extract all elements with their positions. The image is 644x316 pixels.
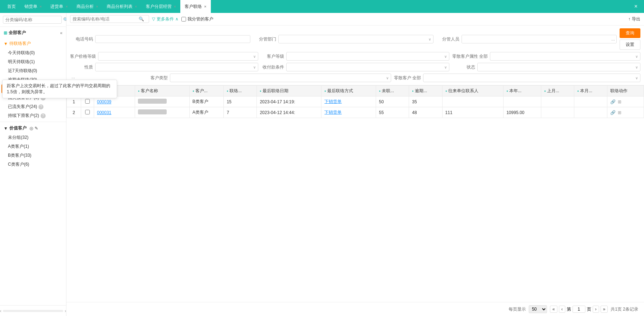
my-customers-checkbox[interactable]: [181, 17, 186, 22]
filter-bar: 🔍 ▽ 更多条件 ∧ 我分管的客户 ↑ 导出: [66, 13, 644, 25]
th-customer-type[interactable]: ⦁ 客户...: [189, 86, 223, 96]
manager-select[interactable]: ...: [462, 35, 617, 43]
main-search-input[interactable]: [73, 16, 137, 22]
edit-icon[interactable]: ✎: [34, 126, 38, 131]
nav-product-list-close[interactable]: ×: [135, 4, 137, 9]
more-conditions-btn[interactable]: ▽ 更多条件 ∧: [152, 16, 179, 22]
th-last-month[interactable]: ⦁ 上月...: [541, 86, 574, 96]
sidebar-item-ungroup[interactable]: 未分组(32): [0, 133, 66, 142]
phone-input[interactable]: [95, 35, 250, 43]
nav-purchase[interactable]: 进货单 ×: [46, 0, 72, 13]
row-overdue-2: 48: [409, 107, 442, 118]
nav-customer-tier-close[interactable]: ×: [174, 4, 176, 9]
payment-select[interactable]: ∨: [286, 63, 449, 71]
window-close-button[interactable]: ×: [631, 3, 641, 10]
prev-page-btn[interactable]: ‹: [559, 306, 565, 313]
customer-type-select[interactable]: ∨: [170, 74, 391, 82]
page-unit-label: 页: [587, 306, 591, 312]
nav-product-analysis[interactable]: 商品分析 ×: [72, 0, 102, 13]
sidebar-item-tomorrow[interactable]: 明天待联络(1): [0, 57, 66, 66]
nav-sales-close[interactable]: ×: [40, 4, 42, 9]
price-level-select[interactable]: ∨: [98, 52, 258, 61]
value-group-title[interactable]: ▼ 价值客户 ◎ ✎: [0, 123, 66, 133]
th-this-month[interactable]: ⦁ 本月...: [574, 86, 607, 96]
nature-select[interactable]: ∨: [95, 63, 258, 71]
dept-select[interactable]: ∨: [278, 35, 434, 43]
sidebar-all-customers[interactable]: ⊞ 全部客户 «: [0, 27, 66, 39]
row-last-method-1[interactable]: 下销货单: [321, 96, 376, 107]
group-icon[interactable]: ◎: [29, 126, 33, 131]
action-grid-icon-1[interactable]: ⊞: [618, 99, 621, 104]
customer-level-select[interactable]: ∨: [286, 52, 449, 61]
settings-button[interactable]: 设置: [620, 39, 640, 50]
sidebar-item-today[interactable]: 今天待联络(0): [0, 48, 66, 57]
sidebar-item-c-class[interactable]: C类客户(6): [0, 160, 66, 169]
pending-group-title[interactable]: ▼ 待联络客户: [0, 39, 66, 48]
nav-customer-contact[interactable]: 客户联络 ×: [180, 0, 210, 13]
sidebar-item-lost[interactable]: 已流失客户(24) ?: [0, 102, 66, 111]
sidebar-search-area: 🔍: [0, 13, 66, 27]
sort-dot-6: ⦁: [324, 89, 326, 94]
sidebar-item-b-class[interactable]: B类客户(33): [0, 151, 66, 160]
nav-customer-contact-close[interactable]: ×: [204, 4, 206, 9]
current-page-input[interactable]: [573, 306, 585, 313]
my-customers-checkbox-label[interactable]: 我分管的客户: [181, 16, 213, 22]
export-button[interactable]: ↑ 导出: [628, 16, 640, 22]
th-last-contact-date[interactable]: ⦁ 最后联络日期: [257, 86, 321, 96]
th-name[interactable]: ⦁ 客户名称: [135, 86, 190, 96]
pagination: 每页显示 50 100 200 « ‹ 第 页 › » 共1页 2条记录: [66, 302, 644, 316]
th-overdue[interactable]: ⦁ 逾期...: [409, 86, 442, 96]
page-navigation: « ‹ 第 页 › »: [550, 306, 608, 313]
th-contacts[interactable]: ⦁ 联络...: [224, 86, 257, 96]
filter-row-2: 客户价格等级 ∨ 客户等级 ∨ 零散客户属性: [70, 52, 640, 61]
main-search-icon[interactable]: 🔍: [139, 16, 144, 22]
filter-manager: 分管人员 ...: [436, 35, 617, 43]
row-this-year-1: [503, 96, 541, 107]
customer-name-blur-2: [138, 109, 167, 114]
nav-purchase-close[interactable]: ×: [65, 4, 68, 9]
retail-customer-select[interactable]: ∨: [423, 74, 640, 82]
filter-nature: 性质 ∨: [70, 63, 258, 71]
chevron-down-icon-9: ∨: [635, 76, 638, 80]
row-last-method-2[interactable]: 下销货单: [321, 107, 376, 118]
th-company-contact[interactable]: ⦁ 往来单位联系人: [442, 86, 503, 96]
info-icon-3: ?: [38, 104, 43, 109]
action-link-icon-2[interactable]: 🔗: [610, 110, 616, 115]
last-page-btn[interactable]: »: [601, 306, 608, 313]
filter-row-4: ··· 客户类型 ∨ 零散客户 全部 ∨: [70, 74, 640, 82]
sidebar-item-7days[interactable]: 近7天待联络(0): [0, 66, 66, 75]
th-last-contact-method[interactable]: ⦁ 最后联络方式: [321, 86, 376, 96]
scroll-right-icon[interactable]: ›: [65, 308, 66, 313]
row-last-month-1: [541, 96, 574, 107]
per-page-select[interactable]: 50 100 200: [529, 305, 547, 313]
action-link-icon-1[interactable]: 🔗: [610, 99, 616, 104]
sort-dot-2: ⦁: [138, 89, 139, 94]
row-checkbox-2[interactable]: [81, 107, 94, 118]
first-page-btn[interactable]: «: [550, 306, 557, 313]
row-select-2[interactable]: [85, 110, 90, 114]
th-uncontacted[interactable]: ⦁ 未联...: [376, 86, 409, 96]
nav-product-list[interactable]: 商品分析列表 ×: [102, 0, 141, 13]
action-grid-icon-2[interactable]: ⊞: [618, 110, 621, 115]
sidebar-search-input[interactable]: [3, 16, 62, 24]
nav-customer-tier[interactable]: 客户分层经营 ×: [142, 0, 180, 13]
row-code-2[interactable]: 000031: [94, 107, 135, 118]
row-select-1[interactable]: [85, 99, 90, 104]
status-select[interactable]: ∨: [477, 63, 640, 71]
next-page-btn[interactable]: ›: [593, 306, 599, 313]
retail-attr-select[interactable]: ∨: [490, 52, 640, 61]
nav-sales[interactable]: 销货单 ×: [20, 0, 46, 13]
nav-product-analysis-close[interactable]: ×: [96, 4, 98, 9]
sidebar-collapse-btn[interactable]: «: [60, 30, 62, 36]
sort-dot-4: ⦁: [227, 89, 228, 94]
sidebar-item-declining[interactable]: 持续下滑客户(2) ?: [0, 111, 66, 120]
sidebar-item-a-class[interactable]: A类客户(1): [0, 142, 66, 151]
row-uncontacted-1: 50: [376, 96, 409, 107]
th-this-year[interactable]: ⦁ 本年...: [503, 86, 541, 96]
scroll-left-icon[interactable]: ‹: [0, 308, 1, 313]
row-last-month-2: [541, 107, 574, 118]
filter-retail-customer: 零散客户 全部 ∨: [394, 74, 640, 82]
nav-home[interactable]: 首页: [3, 0, 20, 13]
query-button[interactable]: 查询: [620, 28, 640, 38]
sort-dot-12: ⦁: [577, 89, 579, 94]
